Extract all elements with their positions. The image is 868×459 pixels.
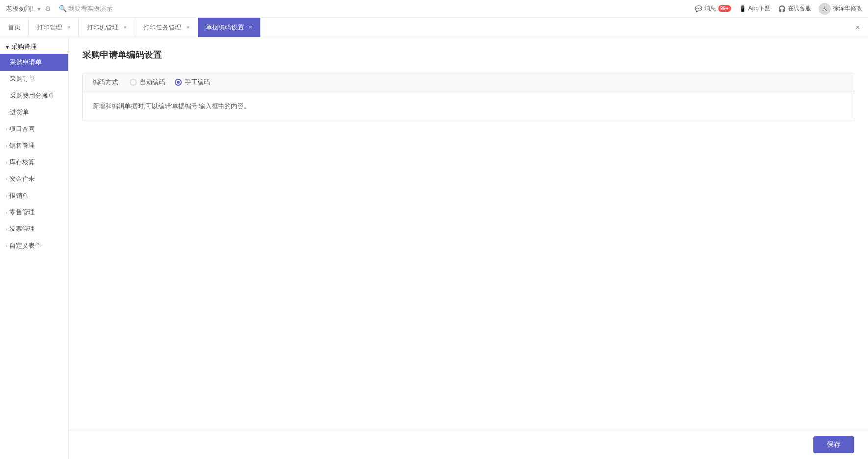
sidebar-group-purchase-mgmt[interactable]: ▾ 采购管理 bbox=[0, 37, 68, 54]
page-title: 采购申请单编码设置 bbox=[82, 49, 854, 61]
tab-printer-mgmt-label: 打印机管理 bbox=[87, 23, 119, 32]
radio-auto-circle bbox=[130, 79, 137, 86]
panel-close-button[interactable]: × bbox=[847, 18, 868, 37]
sidebar-group-purchase-mgmt-label: 采购管理 bbox=[11, 42, 37, 51]
avatar: 人 bbox=[819, 3, 831, 15]
chevron-right-icon: › bbox=[6, 160, 7, 165]
online-service-button[interactable]: 🎧 在线客服 bbox=[778, 4, 811, 13]
chevron-right-icon: › bbox=[6, 193, 7, 199]
logo-text: 老板勿割! bbox=[6, 4, 33, 13]
chevron-right-icon: › bbox=[6, 143, 7, 149]
sidebar-group-inventory[interactable]: › 库存核算 bbox=[0, 154, 68, 171]
online-service-label: 在线客服 bbox=[788, 4, 811, 13]
headset-icon: 🎧 bbox=[778, 5, 786, 12]
message-label: 消息 bbox=[704, 4, 716, 13]
chevron-right-icon: › bbox=[6, 127, 7, 132]
tab-print-task-mgmt[interactable]: 打印任务管理 × bbox=[135, 18, 198, 37]
encoding-section: 编码方式 自动编码 手工编码 新增和编辑单据时,可以编辑'单据编号'输入框中的内 bbox=[82, 73, 854, 121]
tab-print-mgmt[interactable]: 打印管理 × bbox=[29, 18, 79, 37]
radio-auto-encoding[interactable]: 自动编码 bbox=[130, 78, 165, 87]
content-footer: 保存 bbox=[69, 430, 868, 459]
top-bar: 老板勿割! ▾ ⚙ 🔍 我要看实例演示 💬 消息 99+ 📱 App下数 🎧 在… bbox=[0, 0, 868, 18]
radio-auto-label: 自动编码 bbox=[140, 78, 165, 87]
message-icon: 💬 bbox=[695, 5, 702, 12]
app-download-button[interactable]: 📱 App下数 bbox=[739, 4, 770, 13]
sidebar-item-purchase-order[interactable]: 采购订单 bbox=[0, 71, 68, 87]
tab-home-label: 首页 bbox=[8, 23, 21, 32]
tab-home[interactable]: 首页 bbox=[0, 18, 29, 37]
tab-printer-mgmt-close[interactable]: × bbox=[124, 24, 127, 31]
sidebar-item-stock-in-label: 进货单 bbox=[10, 108, 29, 117]
tab-print-mgmt-close[interactable]: × bbox=[67, 24, 71, 31]
main-layout: ▾ 采购管理 采购申请单 采购订单 采购费用分摊单 进货单 › 项目合同 › 销… bbox=[0, 37, 868, 459]
sidebar-item-purchase-order-label: 采购订单 bbox=[10, 75, 35, 83]
sidebar: ▾ 采购管理 采购申请单 采购订单 采购费用分摊单 进货单 › 项目合同 › 销… bbox=[0, 37, 69, 459]
app-download-label: App下数 bbox=[748, 4, 770, 13]
tab-single-code-settings[interactable]: 单据编码设置 × bbox=[198, 18, 261, 37]
user-profile-button[interactable]: 人 徐泽华修改 bbox=[819, 3, 862, 15]
sidebar-group-invoice-mgmt[interactable]: › 发票管理 bbox=[0, 221, 68, 237]
sidebar-group-sales-mgmt-label: 销售管理 bbox=[9, 141, 35, 150]
sidebar-group-capital-label: 资金往来 bbox=[9, 175, 35, 183]
radio-manual-label: 手工编码 bbox=[185, 78, 210, 87]
tab-single-code-settings-close[interactable]: × bbox=[249, 24, 252, 31]
message-badge: 99+ bbox=[718, 5, 731, 12]
tab-bar: 首页 打印管理 × 打印机管理 × 打印任务管理 × 单据编码设置 × × bbox=[0, 18, 868, 37]
sidebar-group-returns-label: 报销单 bbox=[9, 191, 28, 200]
sidebar-group-returns[interactable]: › 报销单 bbox=[0, 187, 68, 204]
sidebar-group-invoice-mgmt-label: 发票管理 bbox=[9, 225, 35, 233]
encoding-body: 新增和编辑单据时,可以编辑'单据编号'输入框中的内容。 bbox=[83, 92, 854, 121]
sidebar-group-project-contract-label: 项目合同 bbox=[9, 125, 35, 133]
encoding-header: 编码方式 自动编码 手工编码 bbox=[83, 73, 854, 92]
sidebar-group-sales-mgmt[interactable]: › 销售管理 bbox=[0, 137, 68, 154]
sidebar-group-retail-mgmt-label: 零售管理 bbox=[9, 208, 35, 217]
chevron-down-icon[interactable]: ▾ bbox=[37, 5, 41, 13]
encoding-radio-group: 自动编码 手工编码 bbox=[130, 78, 210, 87]
content-inner: 采购申请单编码设置 编码方式 自动编码 手工编码 bbox=[69, 37, 868, 430]
sidebar-group-custom-forms-label: 自定义表单 bbox=[9, 241, 41, 250]
sidebar-group-retail-mgmt[interactable]: › 零售管理 bbox=[0, 204, 68, 221]
sidebar-item-purchase-expense-label: 采购费用分摊单 bbox=[10, 91, 54, 100]
chevron-right-icon: › bbox=[6, 177, 7, 182]
tab-printer-mgmt[interactable]: 打印机管理 × bbox=[79, 18, 135, 37]
app-download-icon: 📱 bbox=[739, 5, 746, 12]
radio-manual-encoding[interactable]: 手工编码 bbox=[175, 78, 210, 87]
message-button[interactable]: 💬 消息 99+ bbox=[695, 4, 731, 13]
chevron-right-icon: › bbox=[6, 210, 7, 215]
sidebar-item-stock-in[interactable]: 进货单 bbox=[0, 104, 68, 121]
tab-print-task-mgmt-close[interactable]: × bbox=[186, 24, 190, 31]
sidebar-item-purchase-req[interactable]: 采购申请单 bbox=[0, 54, 68, 71]
chevron-right-icon: › bbox=[6, 243, 7, 249]
hint-text: 新增和编辑单据时,可以编辑'单据编号'输入框中的内容。 bbox=[93, 102, 844, 111]
sidebar-item-purchase-expense[interactable]: 采购费用分摊单 bbox=[0, 87, 68, 104]
tab-single-code-settings-label: 单据编码设置 bbox=[206, 23, 244, 32]
sidebar-group-capital[interactable]: › 资金往来 bbox=[0, 171, 68, 187]
tab-print-task-mgmt-label: 打印任务管理 bbox=[143, 23, 181, 32]
sidebar-item-purchase-req-label: 采购申请单 bbox=[10, 58, 42, 67]
save-button[interactable]: 保存 bbox=[813, 436, 854, 453]
tab-print-mgmt-label: 打印管理 bbox=[37, 23, 62, 32]
top-bar-right: 💬 消息 99+ 📱 App下数 🎧 在线客服 人 徐泽华修改 bbox=[695, 3, 862, 15]
chevron-right-icon: › bbox=[6, 227, 7, 232]
chevron-down-icon: ▾ bbox=[6, 43, 9, 51]
sidebar-group-custom-forms[interactable]: › 自定义表单 bbox=[0, 237, 68, 254]
search-demo: 🔍 我要看实例演示 bbox=[59, 4, 113, 13]
top-bar-left: 老板勿割! ▾ ⚙ 🔍 我要看实例演示 bbox=[6, 4, 113, 13]
sidebar-group-inventory-label: 库存核算 bbox=[9, 158, 35, 167]
gear-icon[interactable]: ⚙ bbox=[45, 5, 51, 13]
encoding-label: 编码方式 bbox=[93, 78, 118, 87]
sidebar-group-project-contract[interactable]: › 项目合同 bbox=[0, 121, 68, 137]
user-name: 徐泽华修改 bbox=[833, 4, 862, 13]
radio-manual-circle bbox=[175, 79, 182, 86]
content-area: 采购申请单编码设置 编码方式 自动编码 手工编码 bbox=[69, 37, 868, 459]
